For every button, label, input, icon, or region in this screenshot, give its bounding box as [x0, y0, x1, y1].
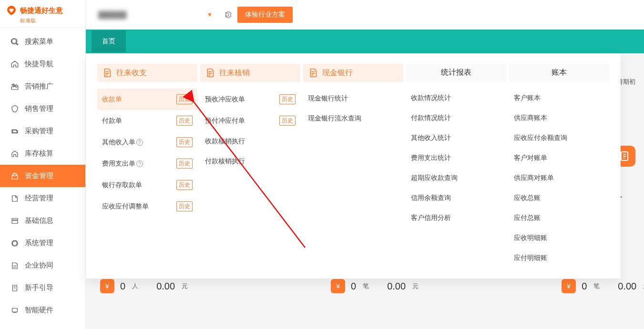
flyout-item-label: 应收应付余额查询: [514, 134, 567, 142]
flyout-item-4-4[interactable]: 供应商对账单: [509, 168, 609, 188]
flyout-item-4-3[interactable]: 客户对账单: [509, 148, 609, 168]
sidebar-item-10[interactable]: 企业协同: [0, 254, 85, 277]
flyout-item-4-1[interactable]: 供应商账本: [509, 108, 609, 128]
help-icon[interactable]: ?: [136, 160, 143, 167]
history-badge[interactable]: 历史: [176, 116, 193, 126]
flyout-item-label: 应收明细账: [514, 234, 547, 242]
sidebar-item-3[interactable]: 销售管理: [0, 98, 85, 120]
flyout-item-2-1[interactable]: 现金银行流水查询: [303, 109, 403, 129]
sidebar-item-8[interactable]: 基础信息: [0, 209, 85, 232]
sidebar-item-label: 营销推广: [25, 82, 53, 91]
flyout-item-label: 信用余额查询: [411, 194, 451, 202]
history-badge[interactable]: 历史: [176, 201, 193, 211]
sidebar-item-label: 新手引导: [25, 283, 53, 292]
sidebar-item-label: 资金管理: [25, 171, 53, 180]
brand-name: 畅捷通好生意: [20, 6, 63, 15]
flyout-item-3-4[interactable]: 超期应收款查询: [406, 168, 506, 188]
gear-icon[interactable]: [223, 10, 232, 19]
flyout-item-label: 现金银行流水查询: [308, 114, 361, 123]
flyout-item-3-0[interactable]: 收款情况统计: [406, 88, 506, 108]
stat-icon: ¥: [331, 279, 345, 293]
flyout-item-4-5[interactable]: 应收总账: [509, 188, 609, 208]
flyout-item-label: 应收总账: [514, 194, 541, 202]
flyout-item-4-6[interactable]: 应付总账: [509, 208, 609, 228]
flyout-item-4-7[interactable]: 应收明细账: [509, 228, 609, 248]
flyout-item-3-2[interactable]: 其他收入统计: [406, 128, 506, 148]
history-badge[interactable]: 历史: [279, 116, 296, 126]
flyout-item-0-5[interactable]: 应收应付调整单历史: [97, 196, 197, 217]
flyout-item-label: 收款单: [102, 95, 122, 104]
flyout-item-2-0[interactable]: 现金银行统计: [303, 89, 403, 109]
megamenu-flyout: 往来收支收款单历史付款单历史其他收入单?历史费用支出单?历史银行存取款单历史应收…: [86, 53, 621, 279]
flyout-item-label: 应付明细账: [514, 254, 547, 262]
flyout-item-label: 付款单: [102, 117, 122, 125]
flyout-item-3-1[interactable]: 付款情况统计: [406, 108, 506, 128]
flyout-item-label: 收款核销执行: [205, 137, 245, 146]
nav-icon-8: [10, 217, 19, 225]
nav-icon-5: [10, 150, 19, 158]
flyout-col-head-4: 账本: [509, 64, 609, 81]
flyout-item-4-0[interactable]: 客户账本: [509, 88, 609, 108]
sidebar-nav: 搜索菜单快捷导航营销推广销售管理采购管理库存核算资金管理经营管理基础信息系统管理…: [0, 28, 85, 321]
flyout-item-label: 现金银行统计: [308, 94, 348, 103]
flyout-item-label: 付款核销执行: [205, 157, 245, 166]
help-icon[interactable]: ?: [136, 139, 143, 146]
nav-icon-6: [10, 172, 19, 180]
flyout-item-label: 预付冲应付单: [205, 117, 245, 125]
flyout-item-0-1[interactable]: 付款单历史: [97, 110, 197, 131]
stats-strip: ¥ 0人 0.00元¥ 0笔 0.00元¥ 0笔 0.00元: [100, 279, 644, 293]
sidebar-item-0[interactable]: 搜索菜单: [0, 30, 85, 53]
sidebar-item-4[interactable]: 采购管理: [0, 120, 85, 142]
nav-icon-1: [10, 60, 19, 69]
sidebar-item-1[interactable]: 快捷导航: [0, 53, 85, 75]
sidebar-item-label: 销售管理: [25, 104, 53, 113]
flyout-item-1-2[interactable]: 收款核销执行: [200, 131, 300, 151]
chevron-down-icon: ▼: [207, 11, 213, 18]
sidebar-item-12[interactable]: 智能硬件: [0, 299, 85, 321]
flyout-item-4-8[interactable]: 应付明细账: [509, 248, 609, 268]
history-badge[interactable]: 历史: [279, 94, 296, 104]
flyout-item-0-3[interactable]: 费用支出单?历史: [97, 153, 197, 174]
flyout-item-label: 预收冲应收单: [205, 95, 245, 104]
flyout-item-label: 费用支出单?: [102, 160, 143, 168]
sidebar-item-2[interactable]: 营销推广: [0, 75, 85, 98]
flyout-item-1-3[interactable]: 付款核销执行: [200, 151, 300, 171]
flyout-item-3-6[interactable]: 客户信用分析: [406, 208, 506, 228]
flyout-item-1-1[interactable]: 预付冲应付单历史: [200, 110, 300, 131]
flyout-item-1-0[interactable]: 预收冲应收单历史: [200, 89, 300, 110]
flyout-col-head-2: 现金银行: [303, 64, 403, 82]
sidebar-item-6[interactable]: 资金管理: [0, 165, 85, 187]
history-badge[interactable]: 历史: [176, 180, 193, 190]
sidebar-item-label: 基础信息: [25, 216, 53, 225]
sidebar-item-7[interactable]: 经营管理: [0, 187, 85, 209]
flyout-item-0-2[interactable]: 其他收入单?历史: [97, 131, 197, 153]
flyout-item-3-3[interactable]: 费用支出统计: [406, 148, 506, 168]
flyout-item-label: 收款情况统计: [411, 94, 451, 102]
sidebar-item-label: 库存核算: [25, 149, 53, 158]
flyout-item-4-2[interactable]: 应收应付余额查询: [509, 128, 609, 148]
flyout-item-label: 供应商对账单: [514, 174, 554, 182]
nav-icon-2: [10, 82, 19, 91]
flyout-item-0-4[interactable]: 银行存取款单历史: [97, 174, 197, 196]
flyout-item-label: 超期应收款查询: [411, 174, 458, 182]
history-badge[interactable]: 历史: [176, 94, 193, 104]
history-badge[interactable]: 历史: [176, 159, 193, 169]
nav-icon-0: [10, 38, 19, 46]
flyout-col-head-3: 统计报表: [406, 64, 506, 81]
sidebar-item-9[interactable]: 系统管理: [0, 232, 85, 254]
topbar: ██████ ▼ 体验行业方案: [86, 0, 644, 30]
history-badge[interactable]: 历史: [176, 137, 193, 147]
org-selector[interactable]: ██████ ▼: [93, 7, 217, 22]
flyout-item-label: 应付总账: [514, 214, 541, 222]
experience-plan-button[interactable]: 体验行业方案: [237, 7, 293, 23]
tab-home[interactable]: 首页: [92, 30, 126, 52]
sidebar-item-5[interactable]: 库存核算: [0, 142, 85, 165]
flyout-item-3-5[interactable]: 信用余额查询: [406, 188, 506, 208]
org-name: ██████: [98, 11, 127, 19]
sidebar-item-11[interactable]: 新手引导: [0, 277, 85, 299]
stat-2: ¥ 0笔 0.00元: [562, 279, 644, 293]
logo: 畅捷通好生意 标准版: [0, 0, 85, 28]
flyout-item-0-0[interactable]: 收款单历史: [97, 89, 197, 110]
nav-icon-7: [10, 194, 19, 203]
flyout-item-label: 银行存取款单: [102, 181, 142, 189]
